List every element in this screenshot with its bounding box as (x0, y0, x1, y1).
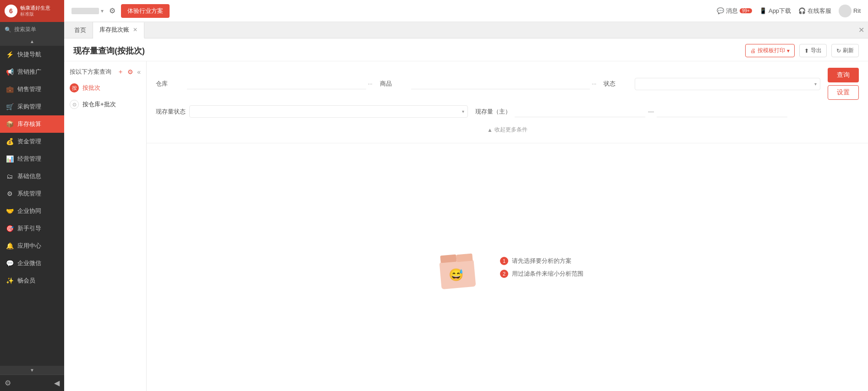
schema-label-by-batch: 按批次 (82, 84, 100, 92)
scroll-up-btn[interactable]: ▲ (0, 37, 64, 46)
topbar-right: 💬 消息 99+ 📱 App下载 🎧 在线客服 Rit (717, 5, 861, 17)
quick-nav-icon: ⚡ (5, 50, 14, 59)
inventory-status-label: 现存量状态 (156, 108, 186, 116)
quantity-filter-label: 现存量（主） (475, 108, 511, 116)
tab-home[interactable]: 首页 (68, 22, 93, 38)
user-profile-btn[interactable]: Rit (839, 5, 861, 17)
scroll-down-btn[interactable]: ▼ (0, 366, 64, 375)
sidebar-item-operations[interactable]: 📊 经营管理 (0, 150, 64, 168)
left-panel-title: 按以下方案查询 (70, 68, 111, 76)
empty-tips: 1 请先选择要分析的方案 2 用过滤条件来缩小分析范围 (500, 257, 583, 278)
page-body: 按以下方案查询 ＋ ⚙ « 按 按批次 ⊙ 按仓库+批次 (64, 61, 868, 391)
schema-item-by-warehouse-batch[interactable]: ⊙ 按仓库+批次 (64, 96, 146, 113)
product-more-icon[interactable]: ··· (592, 81, 596, 87)
sidebar-item-system[interactable]: ⚙ 系统管理 (0, 185, 64, 202)
query-btn[interactable]: 查询 (828, 68, 859, 82)
enterprise-icon: 🤝 (5, 207, 14, 215)
breadcrumb: ▾ (71, 8, 104, 14)
tab-close-icon[interactable]: ✕ (133, 27, 137, 33)
trial-industry-btn[interactable]: 体验行业方案 (121, 4, 170, 18)
add-schema-icon[interactable]: ＋ (117, 68, 124, 76)
quantity-max-input[interactable] (657, 106, 787, 117)
warehouse-filter-label: 仓库 (156, 80, 183, 88)
collapse-left-panel-icon[interactable]: « (137, 68, 141, 76)
schema-active-icon: 按 (70, 83, 79, 92)
schema-label-by-warehouse-batch: 按仓库+批次 (82, 100, 116, 109)
online-service-btn[interactable]: 🎧 在线客服 (798, 7, 831, 15)
sidebar-item-label: 基础信息 (17, 172, 41, 180)
collapse-more-btn[interactable]: ▲ 收起更多条件 (156, 123, 859, 136)
message-icon: 💬 (717, 7, 724, 14)
company-name: 畅康通好生意 (20, 5, 50, 11)
sidebar: 6 畅康通好生意 标准版 🔍 搜索菜单 ▲ ⚡ 快捷导航 📢 营销推广 💼 销售… (0, 0, 64, 391)
export-icon: ⬆ (804, 48, 809, 54)
sidebar-header: 6 畅康通好生意 标准版 (0, 0, 64, 22)
tab-home-label: 首页 (74, 26, 86, 34)
finance-icon: 💰 (5, 137, 14, 146)
quantity-min-input[interactable] (515, 106, 645, 117)
filter-group-inventory-status: 现存量状态 ▾ (156, 105, 468, 118)
breadcrumb-path (71, 8, 99, 14)
svg-text:😅: 😅 (449, 267, 464, 282)
empty-svg: 😅 (431, 240, 486, 295)
filter-group-status: 状态 ▾ (604, 78, 820, 90)
filter-row-2: 现存量状态 ▾ 现存量（主） (156, 105, 859, 118)
left-panel-header: 按以下方案查询 ＋ ⚙ « (64, 66, 146, 80)
empty-tip-2-text: 用过滤条件来缩小分析范围 (512, 270, 583, 278)
messages-label: 消息 (726, 7, 738, 15)
status-filter-label: 状态 (604, 80, 631, 88)
main-area: ▾ ⚙ 体验行业方案 💬 消息 99+ 📱 App下载 🎧 在线客服 Rit (64, 0, 868, 391)
empty-illustration: 😅 (431, 240, 486, 295)
app-download-btn[interactable]: 📱 App下载 (759, 7, 791, 15)
messages-btn[interactable]: 💬 消息 99+ (717, 7, 752, 15)
warehouse-input[interactable] (187, 78, 366, 89)
sidebar-item-marketing[interactable]: 📢 营销推广 (0, 63, 64, 81)
sidebar-item-sales[interactable]: 💼 销售管理 (0, 81, 64, 98)
search-label: 搜索菜单 (14, 26, 36, 33)
empty-tip-1-text: 请先选择要分析的方案 (512, 257, 571, 265)
warehouse-more-icon[interactable]: ··· (368, 81, 373, 87)
sidebar-item-inventory[interactable]: 📦 库存核算 (0, 115, 64, 133)
filter-settings-btn[interactable]: 设置 (828, 85, 859, 100)
sidebar-item-basics[interactable]: 🗂 基础信息 (0, 168, 64, 185)
close-all-tabs-icon[interactable]: ✕ (858, 26, 864, 34)
topbar: ▾ ⚙ 体验行业方案 💬 消息 99+ 📱 App下载 🎧 在线客服 Rit (64, 0, 868, 22)
newbie-icon: 🎯 (5, 224, 14, 233)
quantity-dash: — (648, 108, 654, 115)
print-icon: 🖨 (750, 48, 756, 54)
sidebar-item-label: 采购管理 (17, 103, 41, 111)
sidebar-item-purchase[interactable]: 🛒 采购管理 (0, 98, 64, 115)
inventory-status-select[interactable] (189, 105, 468, 118)
print-template-btn[interactable]: 🖨 按模板打印 ▾ (745, 44, 795, 57)
inventory-status-select-wrap: ▾ (189, 105, 468, 118)
app-info: 畅康通好生意 标准版 (20, 5, 50, 17)
refresh-icon: ↻ (836, 48, 841, 54)
status-select-wrap: ▾ (635, 78, 820, 90)
sidebar-item-members[interactable]: ✨ 畅会员 (0, 272, 64, 289)
sidebar-item-label: 资金管理 (17, 137, 41, 146)
app-logo: 6 (5, 5, 17, 17)
export-btn[interactable]: ⬆ 导出 (799, 44, 827, 57)
status-select[interactable] (635, 78, 820, 90)
sidebar-nav: ⚡ 快捷导航 📢 营销推广 💼 销售管理 🛒 采购管理 📦 库存核算 💰 资金管… (0, 46, 64, 366)
schema-item-by-batch[interactable]: 按 按批次 (64, 80, 146, 96)
sidebar-search[interactable]: 🔍 搜索菜单 (0, 22, 64, 37)
tip-num-2: 2 (500, 270, 508, 278)
sidebar-item-label: 企业微信 (17, 259, 41, 267)
sidebar-item-wechat[interactable]: 💬 企业微信 (0, 255, 64, 272)
tab-inventory-batch-label: 库存批次账 (99, 26, 129, 34)
product-input[interactable] (411, 78, 590, 89)
user-avatar (839, 5, 852, 17)
collapse-sidebar-icon[interactable]: ◀ (54, 379, 60, 387)
topbar-gear-icon[interactable]: ⚙ (109, 6, 115, 15)
sidebar-item-quick-nav[interactable]: ⚡ 快捷导航 (0, 46, 64, 63)
sidebar-item-enterprise[interactable]: 🤝 企业协同 (0, 202, 64, 220)
sidebar-item-appstore[interactable]: 🔔 应用中心 (0, 237, 64, 255)
tab-inventory-batch[interactable]: 库存批次账 ✕ (93, 22, 144, 38)
sidebar-item-finance[interactable]: 💰 资金管理 (0, 133, 64, 150)
empty-tip-2: 2 用过滤条件来缩小分析范围 (500, 270, 583, 278)
settings-icon[interactable]: ⚙ (5, 379, 11, 387)
refresh-btn[interactable]: ↻ 刷新 (831, 44, 859, 57)
sidebar-item-newbie[interactable]: 🎯 新手引导 (0, 220, 64, 237)
schema-settings-icon[interactable]: ⚙ (127, 68, 133, 76)
